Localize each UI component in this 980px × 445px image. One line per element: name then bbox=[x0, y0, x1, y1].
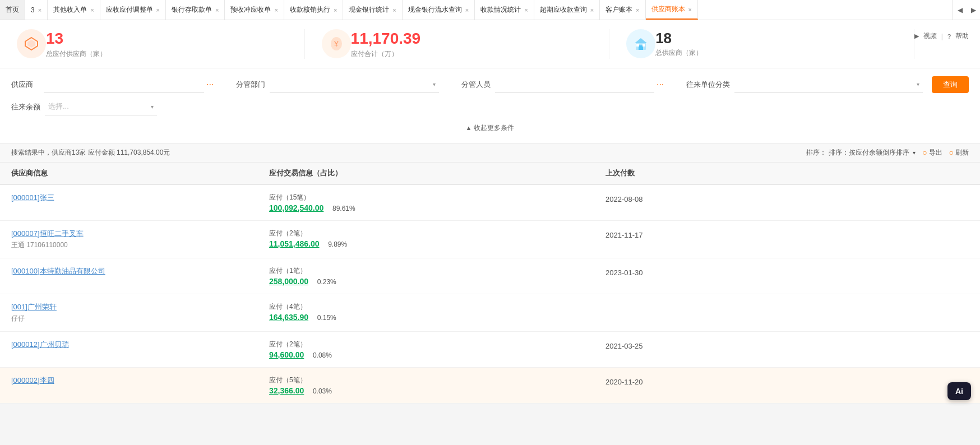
nav-supplier-ledger[interactable]: 供应商账本 × bbox=[646, 0, 698, 20]
close-collection-stats-icon[interactable]: × bbox=[524, 7, 528, 13]
supplier-link-3[interactable]: [000100]本特勤油品有限公司 bbox=[11, 266, 269, 276]
nav-supplier-ledger-label: 供应商账本 bbox=[651, 4, 685, 14]
close-adjustment-icon[interactable]: × bbox=[156, 7, 160, 13]
close-customer-ledger-icon[interactable]: × bbox=[636, 7, 639, 13]
nav-overdue-receivable[interactable]: 超期应收款查询 × bbox=[534, 0, 600, 20]
nav-prev-button[interactable]: ◀ bbox=[953, 0, 967, 20]
close-collection-verify-icon[interactable]: × bbox=[334, 7, 337, 13]
nav-overdue-receivable-label: 超期应收款查询 bbox=[540, 5, 587, 15]
summary-number-payable: 11,170.39 bbox=[351, 29, 421, 48]
query-button[interactable]: 查询 bbox=[932, 76, 969, 93]
supplier-link-6[interactable]: [000002]李四 bbox=[11, 376, 269, 386]
video-link[interactable]: 视频 bbox=[923, 31, 937, 41]
top-right-links: ▶ 视频 | ? 帮助 bbox=[914, 29, 969, 41]
nav-cash-flow[interactable]: 现金银行流水查询 × bbox=[403, 0, 475, 20]
transaction-info-2: 应付（2笔） 11,051,486.00 9.89% bbox=[269, 229, 605, 248]
filter-manager-input[interactable] bbox=[495, 76, 654, 93]
svg-text:¥: ¥ bbox=[334, 39, 339, 48]
trans-amount-2[interactable]: 11,051,486.00 bbox=[269, 239, 320, 248]
divider: | bbox=[941, 33, 943, 40]
col-header-transaction: 应付交易信息（占比） bbox=[269, 168, 605, 178]
supplier-dots-icon[interactable]: ··· bbox=[206, 80, 214, 90]
table-area: 供应商信息 应付交易信息（占比） 上次付数 [000001]张三 应付（15笔）… bbox=[0, 163, 980, 404]
close-tab3-icon[interactable]: × bbox=[38, 7, 41, 13]
close-other-income-icon[interactable]: × bbox=[90, 7, 94, 13]
svg-marker-1 bbox=[27, 40, 35, 48]
sort-select[interactable]: 排序： 排序：按应付余额倒序排序 ▾ bbox=[806, 148, 916, 157]
nav-home[interactable]: 首页 bbox=[0, 0, 25, 20]
supplier-link-5[interactable]: [000012]广州贝瑞 bbox=[11, 340, 269, 350]
supplier-link-2[interactable]: [000007]恒旺二手叉车 bbox=[11, 229, 269, 239]
last-pay-6: 2020-11-20 bbox=[605, 376, 969, 386]
nav-cash-stats[interactable]: 现金银行统计 × bbox=[343, 0, 402, 20]
supplier-link-1[interactable]: [000001]张三 bbox=[11, 193, 269, 203]
close-advance-receive-icon[interactable]: × bbox=[274, 7, 278, 13]
filter-area: 供应商 ··· 分管部门 分管人员 ··· 往来单位分类 查询 bbox=[0, 68, 980, 143]
close-supplier-ledger-icon[interactable]: × bbox=[688, 6, 692, 13]
supplier-info-3: [000100]本特勤油品有限公司 bbox=[11, 266, 269, 276]
table-row: [000001]张三 应付（15笔） 100,092,540.00 89.61%… bbox=[0, 185, 980, 221]
nav-home-label: 首页 bbox=[6, 5, 19, 15]
collapse-button[interactable]: ▲ 收起更多条件 bbox=[459, 121, 521, 135]
refresh-button[interactable]: ○ 刷新 bbox=[949, 148, 969, 157]
sort-label: 排序： bbox=[806, 148, 826, 157]
filter-category-select[interactable] bbox=[734, 76, 923, 93]
nav-collection-stats[interactable]: 收款情况统计 × bbox=[475, 0, 534, 20]
refresh-label: 刷新 bbox=[955, 148, 969, 157]
nav-other-income[interactable]: 其他收入单 × bbox=[48, 0, 100, 20]
nav-advance-receive[interactable]: 预收冲应收单 × bbox=[225, 0, 284, 20]
close-cash-stats-icon[interactable]: × bbox=[392, 7, 396, 13]
supplier-info-5: [000012]广州贝瑞 bbox=[11, 340, 269, 350]
table-header: 供应商信息 应付交易信息（占比） 上次付数 bbox=[0, 163, 980, 185]
nav-next-button[interactable]: ▶ bbox=[967, 0, 980, 20]
last-pay-5: 2021-03-25 bbox=[605, 340, 969, 350]
ai-button[interactable]: Ai bbox=[947, 382, 971, 400]
filter-row-2: 往来余额 选择... bbox=[11, 99, 969, 115]
summary-icon-diamond bbox=[17, 29, 46, 58]
balance-chevron-icon bbox=[151, 104, 154, 110]
close-overdue-receivable-icon[interactable]: × bbox=[590, 7, 594, 13]
transaction-info-6: 应付（5笔） 32,366.00 0.03% bbox=[269, 376, 605, 395]
filter-balance: 往来余额 选择... bbox=[11, 99, 157, 115]
svg-rect-7 bbox=[636, 44, 639, 47]
manager-dots-icon[interactable]: ··· bbox=[657, 80, 664, 90]
svg-rect-8 bbox=[642, 44, 645, 47]
table-row: [001]广州荣轩 仔仔 应付（4笔） 164,635.90 0.15% bbox=[0, 294, 980, 332]
supplier-info-4: [001]广州荣轩 仔仔 bbox=[11, 302, 269, 323]
summary-area: 13 总应付供应商（家） ¥ 11,170.39 应付合计（万） bbox=[0, 20, 980, 68]
trans-amount-5[interactable]: 94,600.00 bbox=[269, 350, 304, 359]
trans-label-4: 应付（4笔） bbox=[269, 302, 605, 312]
filter-department-select[interactable] bbox=[270, 76, 438, 93]
close-cash-flow-icon[interactable]: × bbox=[465, 7, 469, 13]
supplier-name-2: 恒旺二手叉车 bbox=[40, 229, 84, 238]
filter-balance-select[interactable]: 选择... bbox=[45, 99, 157, 115]
nav-collection-verify[interactable]: 收款核销执行 × bbox=[284, 0, 343, 20]
summary-label-total: 总供应商（家） bbox=[655, 48, 702, 58]
supplier-info-2: [000007]恒旺二手叉车 王通 17106110000 bbox=[11, 229, 269, 250]
help-link[interactable]: 帮助 bbox=[955, 31, 969, 41]
last-pay-2: 2021-11-17 bbox=[605, 229, 969, 239]
summary-icon-leaf: ¥ bbox=[322, 29, 351, 58]
result-bar: 搜索结果中，供应商13家 应付金额 111,703,854.00元 排序： 排序… bbox=[0, 143, 980, 163]
nav-tab3[interactable]: 3 × bbox=[25, 0, 48, 20]
collapse-chevron-icon: ▲ bbox=[466, 124, 472, 131]
nav-customer-ledger[interactable]: 客户账本 × bbox=[600, 0, 645, 20]
nav-cash-stats-label: 现金银行统计 bbox=[349, 5, 389, 15]
category-chevron-icon bbox=[917, 81, 919, 87]
supplier-name-3: 本特勤油品有限公司 bbox=[40, 267, 105, 275]
summary-number-suppliers: 13 bbox=[46, 29, 107, 48]
trans-amount-1[interactable]: 100,092,540.00 bbox=[269, 203, 323, 212]
export-button[interactable]: ○ 导出 bbox=[922, 148, 942, 157]
close-bank-deposit-icon[interactable]: × bbox=[215, 7, 219, 13]
nav-adjustment[interactable]: 应收应付调整单 × bbox=[100, 0, 166, 20]
supplier-name-5: 广州贝瑞 bbox=[40, 340, 69, 349]
nav-bank-deposit[interactable]: 银行存取款单 × bbox=[166, 0, 225, 20]
filter-supplier-input[interactable] bbox=[44, 76, 204, 93]
trans-amount-4[interactable]: 164,635.90 bbox=[269, 313, 308, 322]
sort-value: 排序：按应付余额倒序排序 bbox=[829, 148, 909, 157]
trans-amount-3[interactable]: 258,000.00 bbox=[269, 277, 308, 286]
supplier-link-4[interactable]: [001]广州荣轩 bbox=[11, 302, 269, 312]
trans-amount-6[interactable]: 32,366.00 bbox=[269, 386, 304, 395]
svg-marker-5 bbox=[635, 38, 647, 43]
export-label: 导出 bbox=[929, 148, 942, 157]
